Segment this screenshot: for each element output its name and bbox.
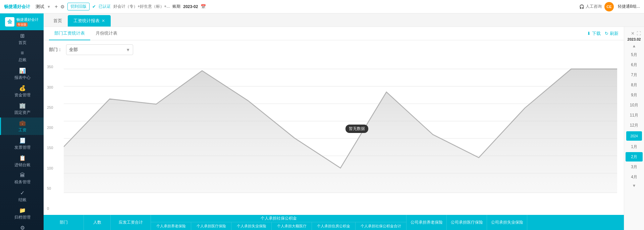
sidebar-logo: 会 畅捷通好会计 专业版 [0, 13, 44, 30]
sidebar: 会 畅捷通好会计 专业版 ⊞ 首页 ≡ 总账 📊 报表中心 💰 资金管理 [0, 13, 44, 230]
download-btn[interactable]: ⬇ 下载 [587, 31, 601, 37]
sub-content: 部门工资统计表 月份统计表 ⬇ 下载 ↻ 刷新 [44, 27, 644, 230]
certified-icon: ✔ [92, 4, 96, 9]
sidebar-item-funds-label: 资金管理 [14, 92, 31, 98]
sidebar-item-assets-label: 固定资产 [14, 110, 31, 116]
month-11[interactable]: 11月 [626, 110, 643, 120]
sidebar-item-sales-label: 进销台账 [14, 162, 31, 168]
month-4[interactable]: 4月 [626, 172, 643, 182]
sidebar-item-settle-label: 结账 [18, 197, 26, 203]
right-panel-top: ✕ ⛶ 2023.02 ▲ 5月 6月 7月 8月 9月 10月 11月 12月… [624, 27, 644, 192]
col-company-medical: 公司承担医疗保险 [447, 215, 487, 230]
sales-icon: 📋 [19, 155, 26, 161]
period-value: 2023-02 [183, 4, 198, 9]
sub-col-personal-unemployment: 个人承担失业保险 [231, 222, 272, 230]
sub-tab-monthly-label: 月份统计表 [96, 30, 117, 36]
sub-tab-dept-label: 部门工资统计表 [54, 30, 85, 36]
switch-button[interactable]: 切到旧版 [67, 3, 90, 10]
chart-container: 350 300 250 200 150 100 50 0 [44, 59, 624, 215]
sub-col-personal-medical: 个人承担医疗保险 [191, 222, 231, 230]
sidebar-item-invoice[interactable]: 🧾 发票管理 [0, 135, 44, 152]
month-12[interactable]: 12月 [626, 121, 643, 130]
refresh-icon: ↻ [605, 31, 608, 36]
month-1[interactable]: 1月 [626, 142, 643, 151]
user-service-btn[interactable]: 🎧 人工咨询 [579, 4, 602, 9]
group-personal-social-label: 个人承担社保公积金 [151, 215, 407, 222]
dropdown-arrow-icon[interactable]: ▼ [47, 5, 51, 9]
sidebar-item-salary[interactable]: 💼 工资 [0, 118, 44, 135]
month-7[interactable]: 7月 [626, 70, 643, 80]
funds-icon: 💰 [19, 85, 26, 91]
col-company-unemployment: 公司承担失业保险 [487, 215, 527, 230]
archive-icon: 📁 [19, 207, 26, 214]
sidebar-item-salary-label: 工资 [18, 127, 26, 133]
expand-panel-icon[interactable]: ⛶ [636, 31, 642, 36]
group-personal-social: 个人承担社保公积金 个人承担养老保险 个人承担医疗保险 个人承担失业保险 个人承… [151, 215, 407, 230]
sidebar-item-ledger[interactable]: ≡ 总账 [0, 48, 44, 65]
sub-col-personal-housing-fund: 个人承担住房公积金 [312, 222, 356, 230]
sidebar-item-home[interactable]: ⊞ 首页 [0, 30, 44, 48]
app-name: 畅捷通好会计 [16, 17, 39, 22]
sidebar-item-settings[interactable]: ⚙ 设置 [0, 222, 44, 230]
filter-bar: 部门： 全部 ▼ [44, 40, 624, 59]
add-icon[interactable]: + [55, 4, 58, 10]
dept-filter-label: 部门： [49, 47, 62, 53]
sidebar-item-reports[interactable]: 📊 报表中心 [0, 65, 44, 83]
home-icon: ⊞ [20, 33, 24, 39]
sub-col-personal-major-medical: 个人承担大额医疗 [272, 222, 312, 230]
sidebar-item-settle[interactable]: ✓ 结账 [0, 187, 44, 205]
group-personal-social-bottom: 个人承担养老保险 个人承担医疗保险 个人承担失业保险 个人承担大额医疗 个人承担… [151, 222, 407, 230]
sub-tab-actions: ⬇ 下载 ↻ 刷新 [587, 31, 619, 37]
certified-label: 已认证 [99, 4, 111, 9]
download-icon: ⬇ [587, 31, 591, 36]
y-label-100: 100 [47, 166, 53, 170]
username-label[interactable]: 轻捷通B组... [618, 4, 640, 9]
col-company-medical-label: 公司承担医疗保险 [451, 220, 483, 225]
month-6[interactable]: 6月 [626, 60, 643, 70]
sub-tab-dept[interactable]: 部门工资统计表 [49, 27, 90, 40]
sidebar-item-funds[interactable]: 💰 资金管理 [0, 83, 44, 100]
col-headcount: 人数 [84, 215, 111, 230]
refresh-btn[interactable]: ↻ 刷新 [605, 31, 619, 37]
headset-icon: 🎧 [579, 4, 584, 9]
period-label: 账期 [172, 4, 180, 9]
nav-up-arrow[interactable]: ▲ [626, 43, 643, 49]
sidebar-item-assets[interactable]: 🏢 固定资产 [0, 100, 44, 118]
year-2024-badge: 2024 [626, 131, 642, 141]
y-label-150: 150 [47, 146, 53, 150]
month-10[interactable]: 10月 [626, 100, 643, 110]
reports-icon: 📊 [19, 67, 26, 74]
chart-tooltip: 暂无数据 [345, 125, 368, 133]
avatar: CE [604, 2, 614, 11]
tab-salary-report[interactable]: 工资统计报表 ✕ [68, 15, 111, 27]
month-2-active[interactable]: 2月 [626, 152, 643, 162]
y-label-0: 0 [47, 206, 49, 211]
tab-home[interactable]: 首页 [48, 15, 68, 27]
settings-nav-icon: ⚙ [20, 225, 25, 230]
col-company-pension-label: 公司承担养老保险 [411, 220, 443, 225]
sub-tab-monthly[interactable]: 月份统计表 [90, 27, 123, 40]
settle-icon: ✓ [20, 190, 24, 196]
sidebar-item-tax[interactable]: 🏛 税务管理 [0, 170, 44, 187]
tax-icon: 🏛 [20, 172, 25, 178]
sub-col-personal-total: 个人承担社保公积金合计 [356, 222, 407, 230]
sidebar-item-reports-label: 报表中心 [14, 75, 31, 81]
month-8[interactable]: 8月 [626, 80, 643, 90]
sidebar-item-sales[interactable]: 📋 进销台账 [0, 152, 44, 170]
dept-select[interactable]: 全部 ▼ [66, 44, 133, 55]
refresh-label: 刷新 [610, 31, 619, 37]
month-3[interactable]: 3月 [626, 162, 643, 172]
month-9[interactable]: 9月 [626, 90, 643, 100]
tab-close-icon[interactable]: ✕ [102, 18, 105, 23]
top-header: 畅捷通好会计 测试 ▼ + ⚙ 切到旧版 ✔ 已认证 好会计（专）+好生意（标）… [0, 0, 644, 13]
close-panel-icon[interactable]: ✕ [630, 31, 636, 36]
settings-icon[interactable]: ⚙ [60, 4, 65, 9]
sidebar-item-archive[interactable]: 📁 归档管理 [0, 205, 44, 222]
calendar-icon[interactable]: 📅 [201, 4, 206, 9]
col-total-salary: 应发工资合计 [111, 215, 151, 230]
y-label-50: 50 [47, 186, 51, 190]
main-panel: 部门工资统计表 月份统计表 ⬇ 下载 ↻ 刷新 [44, 27, 624, 230]
invoice-icon: 🧾 [19, 137, 26, 144]
nav-down-arrow[interactable]: ▼ [626, 182, 643, 189]
month-5[interactable]: 5月 [626, 50, 643, 59]
